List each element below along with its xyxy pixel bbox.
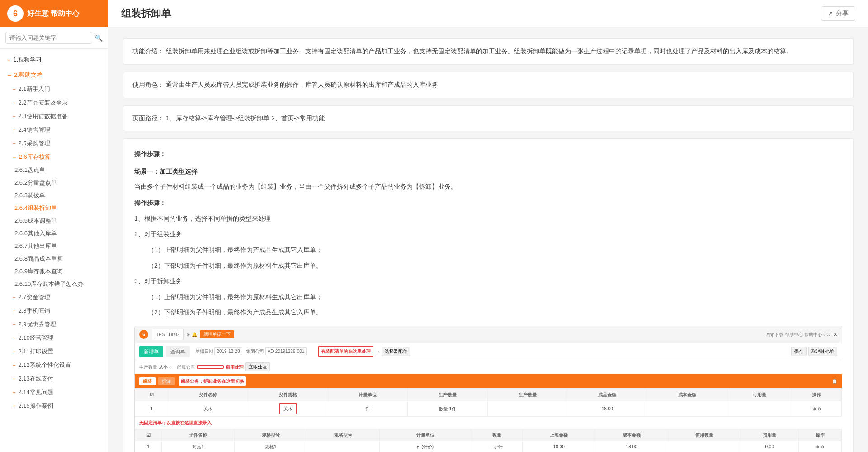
step-2-1: （1）上部明细为父件明细，最终作为产成品生成其它入库单； xyxy=(148,244,842,256)
mock-upper-table-area: ☑ 父件名称 父件规格 计量单位 生产数量 生产数量 成品金额 成本金额 可用量 xyxy=(135,388,842,417)
plus-icon: + xyxy=(13,349,15,354)
plus-icon: + xyxy=(13,114,15,119)
sidebar-item-print[interactable]: + 2.11打印设置 xyxy=(0,345,108,358)
annotation1-text: 有装配清单的在这里处理 xyxy=(318,346,373,357)
nav-section-videos: + 1.视频学习 xyxy=(0,52,108,67)
screenshot-mockup-container: 6 TEST-H002 ⚙ 🔔 新增单据一下 App下载 帮助中心 帮助中心 C… xyxy=(134,326,842,452)
mock-right-icons: App下载 帮助中心 帮助中心 CC xyxy=(766,330,830,339)
sidebar-item-other-out[interactable]: 2.6.7其他出库单 xyxy=(0,240,108,252)
mock-icons: ⚙ 🔔 xyxy=(186,330,197,339)
docs-sub-items: + 2.1新手入门 + 2.2产品安装及登录 + 2.3使用前数据准备 + 2.… xyxy=(0,82,108,413)
mock-btn-disassembly[interactable]: 拆卸 xyxy=(158,377,175,385)
sidebar-item-other-in[interactable]: 2.6.6其他入库单 xyxy=(0,227,108,240)
mock-upper-table: ☑ 父件名称 父件规格 计量单位 生产数量 生产数量 成品金额 成本金额 可用量 xyxy=(135,388,842,417)
annotation4-label: 无固定清单可以直接在这里直接录入 xyxy=(139,419,212,427)
sidebar: 6 好生意 帮助中心 🔍 + 1.视频学习 − 2.帮助文档 + 2.1新手入门 xyxy=(0,0,108,452)
sidebar-item-docs[interactable]: − 2.帮助文档 xyxy=(0,68,108,82)
col-unit: 计量单位 xyxy=(328,389,408,401)
plus-icon: + xyxy=(13,308,15,314)
mock-warehouse-input[interactable] xyxy=(197,365,224,369)
sidebar-item-cost-adjust[interactable]: 2.6.5成本调整单 xyxy=(0,214,108,227)
plus-icon: + xyxy=(13,127,15,133)
path-block: 页面路径： 1、库存核算->库存管理->组装拆卸单 2、首页->常用功能 xyxy=(123,105,854,132)
sidebar-header: 6 好生意 帮助中心 xyxy=(0,0,108,27)
mock-btn-assembly[interactable]: 组装 xyxy=(139,377,156,385)
plus-icon: + xyxy=(7,57,11,63)
table-row: 1 关木 关木 件 数量:1件 18.00 xyxy=(135,401,842,417)
sidebar-item-custom[interactable]: + 2.12系统个性化设置 xyxy=(0,358,108,372)
inventory-children: 2.6.1盘点单 2.6.2分量盘点单 2.6.3调拨单 2.6.4组装拆卸单 … xyxy=(0,164,108,290)
mock-lower-table: ☑ 子件名称 规格型号 规格型号 计量单位 数量 上海金额 成本金额 使用数量 xyxy=(135,429,842,452)
mock-btn-cancel[interactable]: 取消其他单 xyxy=(808,347,837,356)
sidebar-item-data[interactable]: + 2.3使用前数据准备 xyxy=(0,109,108,123)
col-parent-name: 父件名称 xyxy=(168,389,248,401)
mock-parent-name-input[interactable]: 关木 xyxy=(279,403,297,414)
nav-section-docs: − 2.帮助文档 + 2.1新手入门 + 2.2产品安装及登录 + 2.3使用前… xyxy=(0,68,108,413)
mock-tab-list[interactable]: 查询单 xyxy=(166,346,190,358)
mock-btn-save[interactable]: 保存 xyxy=(791,347,807,356)
content-area: 功能介绍： 组装拆卸单用来处理企业组装或拆卸等加工业务，支持有固定装配清单的产品… xyxy=(108,28,868,452)
sidebar-item-stocktake[interactable]: 2.6.1盘点单 xyxy=(0,164,108,176)
sidebar-item-videos[interactable]: + 1.视频学习 xyxy=(0,52,108,67)
sidebar-item-stocktake2[interactable]: 2.6.2分量盘点单 xyxy=(0,176,108,189)
plus-icon: + xyxy=(13,362,15,368)
mock-select-assembly-btn[interactable]: 选择装配单 xyxy=(382,347,410,356)
mock-label-count: 生产数量 从小： xyxy=(139,363,172,371)
step-3: 3、对于拆卸业务 xyxy=(134,275,842,287)
annotation3-label: 启用处理 xyxy=(226,363,244,371)
col-prod-qty: 生产数量 xyxy=(408,389,488,401)
search-input[interactable] xyxy=(5,32,92,44)
search-icon[interactable]: 🔍 xyxy=(95,34,103,42)
mock-close-icon[interactable]: × xyxy=(834,328,837,341)
plus-icon: + xyxy=(13,100,15,105)
step-3-1: （1）上部明细为父件明细，最终作为原材料生成其它出库单； xyxy=(148,291,842,303)
sidebar-item-stock-error[interactable]: 2.6.10库存账本错了怎么办 xyxy=(0,278,108,290)
plus-icon: + xyxy=(13,390,15,395)
col-prod-qty2: 生产数量 xyxy=(487,389,567,401)
search-bar: 🔍 xyxy=(0,27,108,49)
mock-address-area: TEST-H002 ⚙ 🔔 新增单据一下 xyxy=(152,329,763,340)
mock-lower-table-area: ☑ 子件名称 规格型号 规格型号 计量单位 数量 上海金额 成本金额 使用数量 xyxy=(135,429,842,452)
operations-body: 操作步骤： 场景一：加工类型选择 当由多个子件材料组装成一个成品的业务为【组装】… xyxy=(123,138,854,452)
sidebar-item-purchase[interactable]: + 2.5采购管理 xyxy=(0,137,108,150)
mock-label-info: 所属仓库 xyxy=(177,363,195,371)
sidebar-item-inventory[interactable]: − 2.6库存核算 xyxy=(0,150,108,164)
sidebar-item-install[interactable]: + 2.2产品安装及登录 xyxy=(0,96,108,109)
mock-topbar: 6 TEST-H002 ⚙ 🔔 新增单据一下 App下载 帮助中心 帮助中心 C… xyxy=(135,326,842,343)
table-row: 1 商品1 规格1 件(计价) +小计 18.00 18.00 0.00 xyxy=(135,441,842,452)
sidebar-item-coupon[interactable]: + 2.9优惠券管理 xyxy=(0,318,108,331)
mock-content: 新增单 查询单 单据日期 2019-12-28 集团公司 AD-20191226… xyxy=(135,343,842,452)
sidebar-item-sales[interactable]: + 2.4销售管理 xyxy=(0,123,108,137)
mock-new-btn[interactable]: 新增单据一下 xyxy=(200,330,234,338)
plus-icon: + xyxy=(13,86,15,92)
annotation3-area: 所属仓库 启用处理 立即处理 xyxy=(177,362,270,371)
mock-btn-enable[interactable]: 立即处理 xyxy=(245,362,270,371)
role-text: 通常由生产人员或库管人员完成拆装业务的操作，库管人员确认原材料的出库和产成品的入… xyxy=(166,81,438,88)
col-checkbox: ☑ xyxy=(135,389,168,401)
col-ops: 操作 xyxy=(792,389,841,401)
sidebar-item-ops[interactable]: + 2.10经营管理 xyxy=(0,331,108,345)
share-button[interactable]: ↗ 分享 xyxy=(821,6,855,21)
sidebar-item-cases[interactable]: + 2.15操作案例 xyxy=(0,399,108,413)
step-2: 2、对于组装业务 xyxy=(134,228,842,240)
sidebar-item-assembly[interactable]: 2.6.4组装拆卸单 xyxy=(0,202,108,214)
mock-form-fields: 单据日期 2019-12-28 集团公司 AD-20191226-001 xyxy=(193,347,307,356)
sidebar-item-faq[interactable]: + 2.14常见问题 xyxy=(0,385,108,399)
sidebar-item-finance[interactable]: + 2.7资金管理 xyxy=(0,290,108,304)
minus-icon: − xyxy=(7,71,11,79)
col-parent-spec: 父件规格 xyxy=(248,389,328,401)
col-cost2: 成本金额 xyxy=(647,389,727,401)
mock-logo: 6 xyxy=(139,330,148,339)
role-label: 使用角色： xyxy=(132,81,164,88)
annotation1-area: 有装配清单的在这里处理 → 选择装配单 xyxy=(318,346,410,357)
sidebar-item-cost-recalc[interactable]: 2.6.8商品成本重算 xyxy=(0,252,108,265)
sidebar-item-adjust[interactable]: 2.6.3调拨单 xyxy=(0,189,108,202)
sidebar-item-stock-check[interactable]: 2.6.9库存账本查询 xyxy=(0,265,108,278)
mock-tab-new[interactable]: 新增单 xyxy=(139,346,163,358)
plus-icon: + xyxy=(13,403,15,409)
sidebar-item-mobile[interactable]: + 2.8手机旺铺 xyxy=(0,304,108,318)
col-cost: 成品金额 xyxy=(567,389,647,401)
sidebar-item-new[interactable]: + 2.1新手入门 xyxy=(0,82,108,96)
mock-address: TEST-H002 xyxy=(152,329,184,340)
sidebar-item-payment[interactable]: + 2.13在线支付 xyxy=(0,372,108,385)
